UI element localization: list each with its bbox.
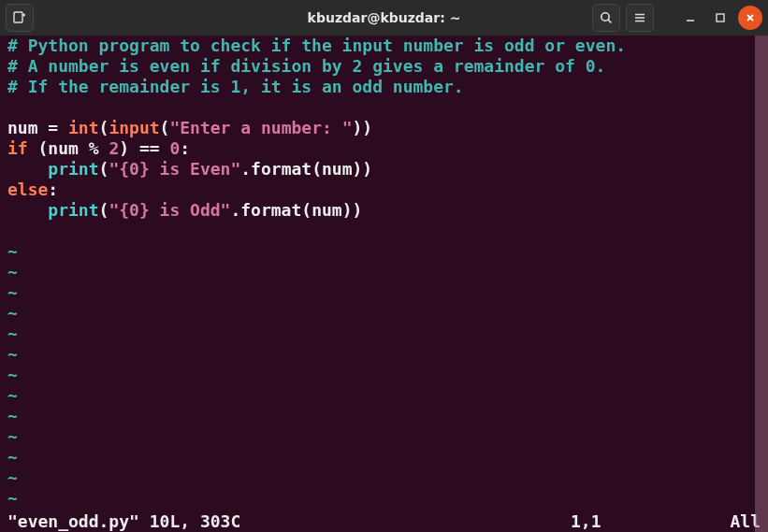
comment-line: # A number is even if division by 2 give… [7, 56, 605, 76]
empty-line-tilde: ~ [7, 385, 18, 405]
svg-point-1 [601, 13, 609, 21]
empty-line-tilde: ~ [7, 406, 18, 425]
empty-line-tilde: ~ [7, 262, 18, 281]
empty-line-tilde: ~ [7, 324, 18, 343]
maximize-icon [715, 12, 726, 23]
empty-line-tilde: ~ [7, 365, 18, 384]
empty-line-tilde: ~ [7, 447, 18, 467]
empty-line-tilde: ~ [7, 282, 18, 302]
empty-line-tilde: ~ [7, 467, 18, 487]
hamburger-icon [632, 10, 647, 25]
search-icon [599, 10, 614, 25]
search-button[interactable] [592, 4, 620, 32]
code-line: print("{0} is Odd".format(num)) [0, 200, 768, 221]
svg-rect-0 [14, 12, 22, 22]
scrollbar-thumb[interactable] [755, 36, 768, 532]
empty-line-tilde: ~ [7, 426, 18, 446]
code-line: print("{0} is Even".format(num)) [0, 159, 768, 180]
code-line: if (num % 2) == 0: [0, 138, 768, 159]
editor-area[interactable]: # Python program to check if the input n… [0, 36, 768, 532]
comment-line: # If the remainder is 1, it is an odd nu… [7, 77, 464, 96]
empty-line-tilde: ~ [7, 303, 18, 323]
minimize-icon [685, 12, 696, 23]
vim-status-line: "even_odd.py" 10L, 303C 1,1 All [0, 511, 768, 532]
status-cursor-pos: 1,1 [571, 511, 601, 532]
menu-button[interactable] [626, 4, 654, 32]
status-file: "even_odd.py" 10L, 303C [7, 511, 240, 532]
new-tab-icon [12, 10, 27, 25]
svg-rect-2 [717, 14, 724, 22]
empty-line-tilde: ~ [7, 344, 18, 364]
close-button[interactable] [738, 6, 762, 30]
window-titlebar: kbuzdar@kbuzdar: ~ [0, 0, 768, 36]
empty-line-tilde: ~ [7, 241, 18, 261]
maximize-button[interactable] [708, 6, 732, 30]
comment-line: # Python program to check if the input n… [7, 36, 626, 55]
code-line: num = int(input("Enter a number: ")) [0, 118, 768, 138]
vertical-scrollbar[interactable] [755, 36, 768, 532]
new-tab-button[interactable] [6, 4, 34, 32]
code-line: else: [0, 180, 768, 200]
close-icon [745, 12, 756, 23]
empty-line-tilde: ~ [7, 488, 18, 508]
minimize-button[interactable] [678, 6, 703, 30]
blank-line [0, 97, 768, 118]
blank-line [0, 221, 768, 241]
